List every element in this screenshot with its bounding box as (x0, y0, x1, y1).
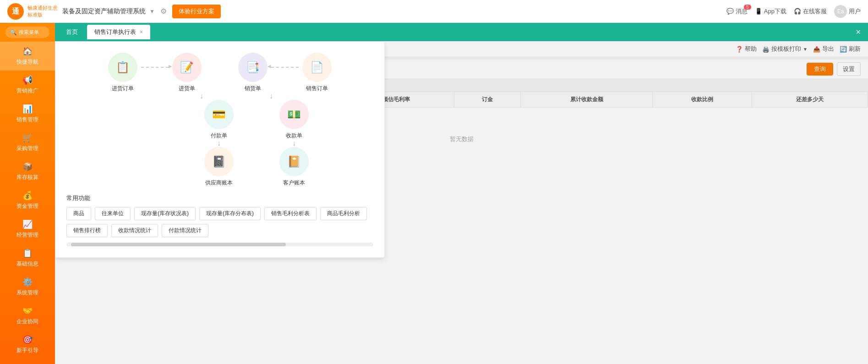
content-area: 首页 销售订单执行表 × × 📋 进 (55, 23, 868, 364)
user-item[interactable]: Ea 用户 (834, 5, 861, 18)
row3-spacer1 (131, 140, 168, 147)
flow-node-customer-ledger[interactable]: 📔 客户账本 (279, 147, 309, 187)
search-icon: 🔍 (10, 29, 17, 36)
purchase-bill-label: 进货单 (179, 85, 195, 92)
avatar: Ea (834, 5, 847, 18)
receipt-label: 收款单 (286, 132, 302, 140)
top-header: 通 畅康通好生意 标准版 装备及固定资产辅助管理系统 ▼ ⚙ 体验行业方案 💬 … (0, 0, 868, 23)
sidebar-label-purchase: 采购管理 (16, 145, 38, 152)
sidebar-item-purchase[interactable]: 🛒 采购管理 (0, 128, 55, 157)
inventory-icon: 📦 (22, 162, 33, 172)
sales-bill-circle: 📑 (238, 53, 267, 82)
func-btn-stock-status[interactable]: 现存量(库存状况表) (134, 207, 196, 220)
basic-info-icon: 📋 (22, 248, 33, 258)
popup-scrollbar[interactable] (66, 243, 373, 246)
main-layout: 🔍 搜索菜单 🏠 快捷导航 📢 营销推广 📊 销售管理 🛒 采购管理 📦 库存核… (0, 23, 868, 364)
search-menu[interactable]: 🔍 搜索菜单 (5, 27, 49, 38)
flow-node-supplier-ledger[interactable]: 📓 供应商账本 (204, 147, 234, 187)
common-functions-title: 常用功能 (66, 194, 373, 202)
flow-node-sales-bill[interactable]: 📑 销货单 (238, 53, 267, 92)
tab-bar: 首页 销售订单执行表 × × (55, 23, 868, 41)
cooperation-icon: 🤝 (22, 306, 33, 316)
sidebar-item-quick-nav[interactable]: 🏠 快捷导航 (0, 42, 55, 71)
receipt-circle: 💵 (279, 100, 309, 129)
flow-node-receipt[interactable]: 💵 收款单 (279, 100, 309, 140)
sales-order-label: 销售订单 (306, 85, 328, 92)
row3-arrow-left: ↓ (204, 140, 234, 147)
customer-ledger-label: 客户账本 (283, 179, 305, 187)
purchase-order-circle: 📋 (108, 53, 137, 82)
purchase-order-label: 进货订单 (112, 85, 134, 92)
common-functions: 常用功能 商品 往来单位 现存量(库存状况表) 现存量(库存分布表) 销售毛利分… (66, 194, 373, 237)
sidebar-label-operations: 经营管理 (16, 231, 38, 239)
sidebar-label-inventory: 库存核算 (16, 174, 38, 181)
tab-sales-order-label: 销售订单执行表 (94, 28, 136, 36)
sidebar-label-marketing: 营销推广 (16, 87, 38, 95)
func-btn-contacts[interactable]: 往来单位 (95, 207, 131, 220)
sales-order-circle: 📄 (302, 53, 332, 82)
sidebar-label-finance: 资金管理 (16, 202, 38, 210)
popup-scrollbar-thumb (71, 243, 286, 246)
online-service-item[interactable]: 🎧 在线客服 (794, 7, 827, 16)
sidebar-item-marketing[interactable]: 📢 营销推广 (0, 71, 55, 99)
func-btn-stock-dist[interactable]: 现存量(库存分布表) (199, 207, 261, 220)
settings-button[interactable]: ⚙ (158, 5, 169, 17)
sidebar-label-sales: 销售管理 (16, 116, 38, 124)
tab-home[interactable]: 首页 (59, 23, 85, 41)
tab-bar-close-button[interactable]: × (852, 27, 864, 37)
marketing-icon: 📢 (22, 75, 33, 85)
spacer2 (253, 92, 257, 100)
experience-button[interactable]: 体验行业方案 (172, 5, 221, 18)
sidebar: 🔍 搜索菜单 🏠 快捷导航 📢 营销推广 📊 销售管理 🛒 采购管理 📦 库存核… (0, 23, 55, 364)
finance-icon: 💰 (22, 190, 33, 201)
row3-spacer2 (168, 140, 204, 147)
supplier-ledger-circle: 📓 (204, 147, 234, 176)
func-btn-sales-profit[interactable]: 销售毛利分析表 (264, 207, 317, 220)
flow-node-purchase-order[interactable]: 📋 进货订单 (108, 53, 137, 92)
system-title-area: 装备及固定资产辅助管理系统 ▼ ⚙ 体验行业方案 (62, 5, 726, 18)
system-dropdown-icon[interactable]: ▼ (149, 8, 155, 15)
search-label: 搜索菜单 (19, 29, 39, 36)
phone-icon: 📱 (755, 8, 762, 15)
row3-arrow-right: ↓ (279, 140, 309, 147)
func-buttons-row-1: 商品 往来单位 现存量(库存状况表) 现存量(库存分布表) 销售毛利分析表 商品… (66, 207, 373, 220)
sidebar-item-operations[interactable]: 📈 经营管理 (0, 215, 55, 244)
tab-sales-order[interactable]: 销售订单执行表 × (87, 25, 150, 39)
logo-text: 畅康通好生意 标准版 (27, 5, 58, 18)
row3-spacer3 (234, 140, 279, 147)
tab-close-icon[interactable]: × (140, 29, 143, 35)
func-btn-sales-rank[interactable]: 销售排行榜 (66, 224, 108, 237)
quick-nav-popup: 📋 进货订单 📝 进货单 (55, 41, 385, 258)
payment-label: 付款单 (211, 132, 227, 140)
func-btn-payment-stats[interactable]: 付款情况统计 (162, 224, 208, 237)
message-icon: 💬 (726, 8, 734, 15)
down-col-sales: ↓ (257, 92, 286, 100)
flow-node-purchase-bill[interactable]: 📝 进货单 (172, 53, 202, 92)
app-download-item[interactable]: 📱 App下载 (755, 7, 786, 16)
sidebar-item-system[interactable]: ⚙️ 系统管理 (0, 272, 55, 301)
func-btn-goods[interactable]: 商品 (66, 207, 91, 220)
func-buttons-row-2: 销售排行榜 收款情况统计 付款情况统计 (66, 224, 373, 237)
message-item[interactable]: 💬 消息 5 (726, 7, 748, 16)
logo-area: 通 畅康通好生意 标准版 (7, 3, 62, 20)
system-title-text: 装备及固定资产辅助管理系统 (62, 7, 146, 16)
sidebar-item-inventory[interactable]: 📦 库存核算 (0, 157, 55, 186)
down-arrow-sales: ↓ (269, 92, 273, 100)
sidebar-item-cooperation[interactable]: 🤝 企业协同 (0, 301, 55, 330)
spacer-left-col (154, 92, 183, 100)
sidebar-item-basic-info[interactable]: 📋 基础信息 (0, 244, 55, 272)
flow-node-sales-order[interactable]: 📄 销售订单 (302, 53, 332, 92)
sales-bill-label: 销货单 (245, 85, 261, 92)
sidebar-item-beginner[interactable]: 🎯 新手引导 (0, 330, 55, 359)
sidebar-label-beginner: 新手引导 (16, 347, 38, 354)
flow-node-payment[interactable]: 💳 付款单 (204, 100, 234, 140)
sidebar-label-cooperation: 企业协同 (16, 318, 38, 326)
func-btn-receipt-stats[interactable]: 收款情况统计 (111, 224, 158, 237)
beginner-icon: 🎯 (22, 335, 33, 345)
supplier-ledger-label: 供应商账本 (205, 179, 233, 187)
sidebar-item-finance[interactable]: 💰 资金管理 (0, 186, 55, 215)
sidebar-label-system: 系统管理 (16, 289, 38, 297)
sidebar-label-basic-info: 基础信息 (16, 260, 38, 268)
func-btn-goods-profit[interactable]: 商品毛利分析 (320, 207, 367, 220)
sidebar-item-sales[interactable]: 📊 销售管理 (0, 99, 55, 128)
